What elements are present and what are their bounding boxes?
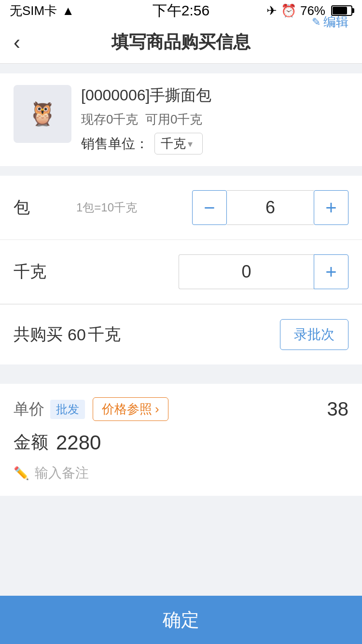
kg-controls: + (179, 254, 348, 289)
product-image: 🦉 (14, 85, 71, 143)
price-label: 单价 (14, 399, 44, 420)
pack-label: 包 (14, 196, 71, 219)
remark-row[interactable]: ✏️ 输入备注 (14, 464, 348, 482)
price-section: 单价 批发 价格参照 › 38 金额 2280 ✏️ 输入备注 (0, 384, 362, 496)
kg-input[interactable] (179, 254, 314, 289)
price-ref-label: 价格参照 (102, 401, 152, 418)
product-card: 🦉 [0000006]手撕面包 现存0千克 可用0千克 销售单位： 千克 ▾ ✎… (0, 73, 362, 166)
amount-value: 2280 (56, 431, 101, 454)
product-unit-row: 销售单位： 千克 ▾ (81, 133, 348, 154)
price-ref-button[interactable]: 价格参照 › (93, 397, 168, 421)
location-icon: ✈ (266, 3, 277, 18)
pencil-icon: ✏️ (14, 466, 29, 481)
price-ref-arrow: › (155, 402, 159, 417)
divider-2 (0, 364, 362, 374)
pack-sublabel: 1包=10千克 (76, 200, 137, 215)
wifi-icon: ▲ (62, 3, 74, 18)
product-name: [0000006]手撕面包 (81, 85, 348, 106)
back-button[interactable]: ‹ (14, 31, 20, 54)
unit-label: 销售单位： (81, 135, 149, 153)
total-value: 60 (68, 325, 86, 344)
price-tag: 批发 (50, 400, 85, 419)
product-info: [0000006]手撕面包 现存0千克 可用0千克 销售单位： 千克 ▾ (81, 85, 348, 154)
page-title: 填写商品购买信息 (111, 30, 251, 54)
price-row: 单价 批发 价格参照 › 38 (14, 397, 348, 421)
product-logo: 🦉 (28, 100, 57, 127)
alarm-icon: ⏰ (281, 3, 296, 18)
carrier-label: 无SIM卡 (10, 2, 57, 19)
divider-1 (0, 166, 362, 176)
pack-controls: − + (192, 190, 348, 225)
edit-button[interactable]: ✎ 编辑 (312, 14, 348, 30)
pack-increment-button[interactable]: + (314, 190, 348, 225)
total-label: 共购买 (14, 323, 63, 346)
kg-row: 千克 + (0, 240, 362, 304)
nav-bar: ‹ 填写商品购买信息 (0, 21, 362, 64)
input-section: 包 1包=10千克 − + 千克 + 共购买 60 千克 录批次 (0, 176, 362, 364)
kg-increment-button[interactable]: + (314, 254, 348, 289)
total-row: 共购买 60 千克 录批次 (0, 304, 362, 364)
pack-decrement-button[interactable]: − (192, 190, 227, 225)
unit-select[interactable]: 千克 ▾ (154, 133, 203, 154)
kg-label: 千克 (14, 261, 71, 283)
status-bar: 无SIM卡 ▲ 下午2:56 ✈ ⏰ 76% (0, 0, 362, 21)
price-value: 38 (327, 398, 349, 420)
remark-placeholder: 输入备注 (35, 464, 89, 482)
total-unit: 千克 (88, 323, 121, 346)
record-batch-button[interactable]: 录批次 (280, 319, 348, 350)
pack-input[interactable] (227, 190, 314, 225)
amount-row: 金额 2280 (14, 431, 348, 454)
status-time: 下午2:56 (153, 1, 209, 21)
product-stock: 现存0千克 可用0千克 (81, 111, 348, 128)
amount-label: 金额 (14, 431, 48, 454)
confirm-button[interactable]: 确定 (0, 596, 362, 644)
status-left: 无SIM卡 ▲ (10, 2, 74, 19)
pack-row: 包 1包=10千克 − + (0, 176, 362, 240)
